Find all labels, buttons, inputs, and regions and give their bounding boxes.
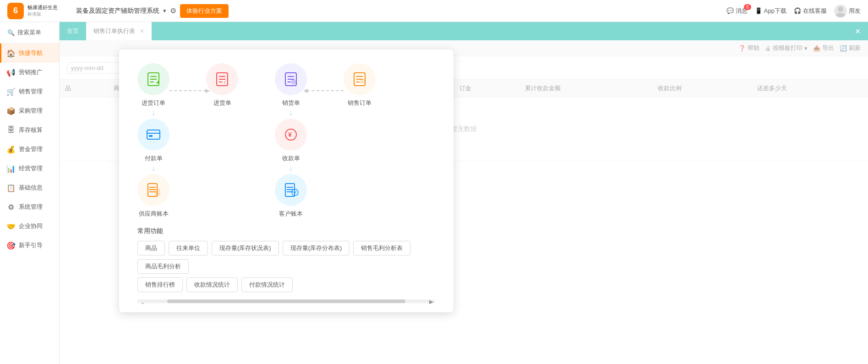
message-icon: 💬: [726, 7, 734, 14]
sales-bill-circle: [275, 63, 307, 95]
trial-button[interactable]: 体验行业方案: [180, 4, 229, 18]
common-btn-2[interactable]: 现存量(库存状况表): [212, 241, 279, 255]
system-title: 装备及固定资产辅助管理系统: [76, 7, 159, 15]
guide-icon: 🎯: [7, 241, 15, 250]
arrow-sb-to-rec: ↓: [289, 108, 293, 118]
svg-rect-23: [292, 80, 295, 84]
sidebar-item-quick-nav[interactable]: 🏠 快捷导航: [0, 43, 59, 63]
svg-text:¥: ¥: [288, 131, 292, 138]
common-btn-7[interactable]: 收款情况统计: [186, 277, 238, 292]
logo-area: 6 畅康通好生意 标准版: [7, 3, 67, 19]
sidebar-item-purchase[interactable]: 📦 采购管理: [0, 101, 59, 120]
sidebar-item-finance[interactable]: 💰 资金管理: [0, 140, 59, 159]
flow-item-purchase-bill[interactable]: ✓ 进货单: [206, 63, 238, 107]
sales-bill-label: 销货单: [282, 99, 300, 107]
top-bar: 6 畅康通好生意 标准版 装备及固定资产辅助管理系统 ▾ ⚙ 体验行业方案 💬 …: [0, 0, 868, 22]
system-dropdown-btn[interactable]: ▾: [163, 7, 166, 14]
sidebar-item-system[interactable]: ⚙ 系统管理: [0, 197, 59, 217]
purchase-bill-circle: ✓: [206, 63, 238, 95]
quick-nav-modal: 进货订单 ↓ 付款单 ↓: [119, 49, 453, 312]
phone-icon: 📱: [755, 7, 762, 14]
flow-item-sales-order[interactable]: 销售订单: [344, 63, 376, 107]
search-icon: 🔍: [7, 29, 15, 36]
home-icon: 🏠: [7, 49, 15, 57]
scrollbar-track: [137, 299, 435, 303]
sidebar-item-inventory[interactable]: 🗄 库存核算: [0, 120, 59, 140]
system-icon: ⚙: [7, 203, 15, 211]
common-btn-3[interactable]: 现存量(库存分布表): [283, 241, 350, 255]
svg-rect-13: [155, 189, 160, 196]
scrollbar-thumb[interactable]: [167, 299, 405, 303]
inventory-icon: 🗄: [7, 126, 15, 134]
payment-circle: [137, 119, 169, 151]
message-item[interactable]: 💬 消息 6: [726, 7, 748, 15]
arrow-po-to-pb: ↓: [152, 108, 156, 118]
arrow-area-2: ◀: [307, 63, 344, 107]
search-menu-button[interactable]: 🔍 搜索菜单: [4, 27, 55, 38]
sales-order-circle: [344, 63, 376, 95]
sidebar-item-basicinfo[interactable]: 📋 基础信息: [0, 178, 59, 197]
settings-gear-icon[interactable]: ⚙: [170, 6, 176, 15]
svg-rect-35: [360, 79, 364, 83]
customer-label: 客户账本: [279, 210, 303, 218]
svg-point-0: [838, 6, 843, 12]
svg-point-1: [836, 13, 845, 17]
purchase-order-label: 进货订单: [142, 99, 165, 107]
sales-bill-col: 销货单 ↓ ¥ 收款单 ↓: [275, 63, 307, 218]
flow-item-supplier-ledger[interactable]: 供应商账本: [137, 174, 169, 218]
receipt-label: 收款单: [282, 154, 300, 163]
online-service-item[interactable]: 🎧 在线客服: [794, 7, 827, 15]
purchase-bill-label: 进货单: [213, 99, 231, 107]
common-functions-row2: 销售排行榜 收款情况统计 付款情况统计: [137, 277, 435, 292]
flow-item-sales-bill[interactable]: 销货单: [275, 63, 307, 107]
svg-rect-8: [149, 135, 153, 137]
content-area: 首页 销售订单执行表 ✕ ✕ ❓ 帮助 🖨 按模板打印 ▾: [60, 22, 868, 364]
sales-order-label: 销售订单: [348, 99, 371, 107]
purchase-order-circle: [137, 63, 169, 95]
purchase-bill-col: ✓ 进货单: [206, 63, 238, 107]
sidebar-item-sales[interactable]: 🛒 销售管理: [0, 82, 59, 101]
common-btn-4[interactable]: 销售毛利分析表: [353, 241, 410, 255]
supplier-circle: [137, 174, 169, 206]
flow-item-customer-ledger[interactable]: 客户账本: [275, 174, 307, 218]
headset-icon: 🎧: [794, 7, 801, 14]
sidebar-item-guide[interactable]: 🎯 新手引导: [0, 236, 59, 255]
common-btn-6[interactable]: 销售排行榜: [137, 277, 183, 292]
common-btn-1[interactable]: 往来单位: [169, 241, 208, 255]
common-functions-section: 常用功能 商品 往来单位 现存量(库存状况表) 现存量(库存分布表) 销售毛利分…: [137, 227, 435, 292]
sidebar-item-marketing[interactable]: 📢 营销推广: [0, 63, 59, 82]
finance-icon: 💰: [7, 145, 15, 153]
basicinfo-icon: 📋: [7, 184, 15, 192]
app-download-item[interactable]: 📱 App下载: [755, 7, 786, 15]
svg-text:✓: ✓: [223, 80, 227, 85]
payment-label: 付款单: [145, 154, 163, 163]
marketing-icon: 📢: [7, 68, 15, 76]
modal-scrollbar: ◀ ▶: [137, 299, 435, 303]
flow-diagram-container: 进货订单 ↓ 付款单 ↓: [137, 63, 435, 218]
left-column: 进货订单 ↓ 付款单 ↓: [137, 63, 169, 218]
arrow-area-1: ▶: [169, 63, 206, 107]
flow-item-payment-bill[interactable]: 付款单: [137, 119, 169, 163]
customer-circle: [275, 174, 307, 206]
message-badge: 6: [744, 4, 751, 10]
common-btn-0[interactable]: 商品: [137, 241, 165, 255]
supplier-label: 供应商账本: [139, 210, 169, 218]
sidebar-item-collab[interactable]: 🤝 企业协同: [0, 217, 59, 236]
user-avatar: [834, 5, 847, 17]
flow-item-receipt-bill[interactable]: ¥ 收款单: [275, 119, 307, 163]
operations-icon: 📊: [7, 164, 15, 173]
svg-rect-6: [147, 130, 160, 139]
arrow-pay-to-sup: ↓: [152, 163, 156, 173]
sales-icon: 🛒: [7, 87, 15, 96]
common-btn-8[interactable]: 付款情况统计: [241, 277, 293, 292]
common-btn-5[interactable]: 商品毛利分析: [137, 259, 189, 274]
logo-icon: 6: [7, 3, 24, 19]
user-item[interactable]: 用友: [834, 5, 861, 17]
flow-item-purchase-order[interactable]: 进货订单: [137, 63, 169, 107]
collab-icon: 🤝: [7, 222, 15, 230]
sidebar-item-operations[interactable]: 📊 经营管理: [0, 159, 59, 178]
sidebar: 🔍 搜索菜单 🏠 快捷导航 📢 营销推广 🛒 销售管理 📦 采购管理: [0, 22, 60, 364]
scroll-right-icon[interactable]: ▶: [429, 299, 433, 305]
common-functions-buttons: 商品 往来单位 现存量(库存状况表) 现存量(库存分布表) 销售毛利分析表 商品…: [137, 241, 435, 274]
receipt-circle: ¥: [275, 119, 307, 151]
